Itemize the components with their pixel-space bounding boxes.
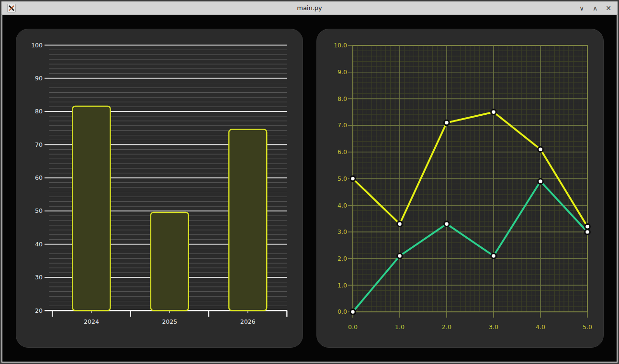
bar bbox=[72, 106, 110, 310]
titlebar[interactable]: main.py ∨ ∧ ✕ bbox=[1, 1, 618, 15]
app-window: main.py ∨ ∧ ✕ 20304050607080901002024202… bbox=[1, 1, 618, 363]
window-controls: ∨ ∧ ✕ bbox=[577, 1, 613, 15]
x-tick-label: 4.0 bbox=[536, 323, 545, 331]
y-tick-label: 7.0 bbox=[338, 121, 347, 129]
data-point-marker bbox=[491, 110, 496, 115]
data-point-marker bbox=[444, 120, 450, 125]
x-tick-label: 3.0 bbox=[489, 323, 498, 331]
data-point-marker bbox=[397, 254, 403, 259]
x-tick-label: 5.0 bbox=[583, 323, 592, 331]
x-tick-label: 2.0 bbox=[442, 323, 451, 331]
y-tick-label: 4.0 bbox=[338, 202, 347, 209]
minimize-button[interactable]: ∨ bbox=[577, 3, 586, 13]
data-point-marker bbox=[350, 176, 356, 181]
y-tick-label: 70 bbox=[35, 141, 43, 148]
y-tick-label: 1.0 bbox=[338, 282, 347, 289]
data-point-marker bbox=[444, 221, 450, 227]
data-point-marker bbox=[397, 221, 403, 227]
data-point-marker bbox=[585, 230, 590, 235]
data-point-marker bbox=[538, 179, 543, 184]
close-button[interactable]: ✕ bbox=[604, 3, 613, 13]
y-tick-label: 9.0 bbox=[338, 68, 347, 76]
data-point-marker bbox=[350, 309, 356, 315]
bar bbox=[229, 130, 267, 311]
bar-chart: 2030405060708090100202420252026 bbox=[16, 29, 304, 348]
y-tick-label: 50 bbox=[35, 207, 43, 214]
y-tick-label: 6.0 bbox=[338, 148, 347, 155]
data-point-marker bbox=[538, 147, 543, 152]
y-tick-label: 8.0 bbox=[338, 95, 347, 102]
y-tick-label: 3.0 bbox=[338, 228, 347, 235]
line-chart: 0.01.02.03.04.05.00.01.02.03.04.05.06.07… bbox=[317, 29, 604, 348]
maximize-button[interactable]: ∧ bbox=[591, 3, 599, 13]
y-tick-label: 10.0 bbox=[334, 42, 347, 49]
y-tick-label: 40 bbox=[35, 241, 43, 248]
y-tick-label: 5.0 bbox=[338, 175, 347, 182]
y-tick-label: 30 bbox=[35, 274, 43, 281]
y-tick-label: 60 bbox=[35, 174, 43, 181]
y-tick-label: 100 bbox=[31, 42, 43, 49]
x-tick-label: 2026 bbox=[240, 318, 256, 325]
y-tick-label: 90 bbox=[35, 75, 43, 82]
x-tick-label: 0.0 bbox=[348, 323, 358, 331]
x-tick-label: 2025 bbox=[162, 318, 177, 325]
window-title: main.py bbox=[1, 4, 618, 11]
y-tick-label: 0.0 bbox=[338, 308, 347, 315]
app-content: 2030405060708090100202420252026 0.01.02.… bbox=[1, 15, 618, 363]
y-tick-label: 80 bbox=[35, 108, 43, 115]
bar-chart-panel: 2030405060708090100202420252026 bbox=[16, 29, 303, 348]
bar bbox=[151, 212, 189, 310]
data-point-marker bbox=[491, 254, 496, 259]
line-chart-panel: 0.01.02.03.04.05.00.01.02.03.04.05.06.07… bbox=[316, 29, 604, 348]
x-tick-label: 2024 bbox=[84, 318, 99, 325]
data-point-marker bbox=[585, 224, 590, 229]
x-tick-label: 1.0 bbox=[395, 323, 405, 331]
y-tick-label: 2.0 bbox=[338, 255, 347, 262]
y-tick-label: 20 bbox=[35, 307, 43, 314]
